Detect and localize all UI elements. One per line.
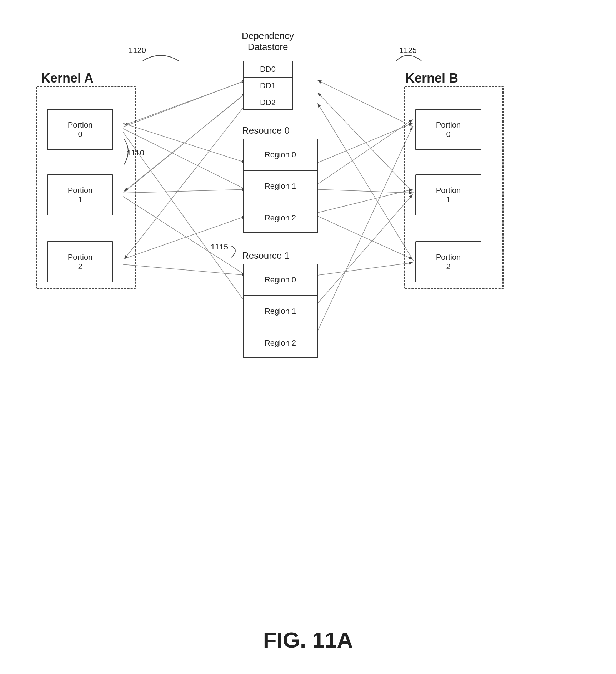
dd0-row: DD0	[244, 61, 292, 78]
svg-line-5	[124, 93, 246, 191]
svg-line-4	[124, 80, 246, 125]
kernel-a-portion-2: Portion2	[47, 241, 113, 282]
kernel-b-portion-2: Portion2	[415, 241, 481, 282]
kernel-a-portion-0: Portion0	[47, 109, 113, 150]
resource-1-region-1: Region 1	[244, 296, 317, 327]
annotation-1125: 1125	[399, 46, 417, 55]
svg-line-23	[318, 195, 412, 303]
svg-line-15	[123, 197, 246, 275]
annotation-1110: 1110	[127, 148, 144, 158]
svg-line-9	[318, 104, 414, 261]
svg-line-22	[318, 263, 412, 275]
svg-line-2	[123, 80, 246, 127]
svg-line-12	[123, 189, 246, 193]
svg-line-11	[123, 129, 246, 189]
annotation-1120: 1120	[129, 46, 146, 55]
svg-line-19	[318, 120, 412, 184]
kernel-a-label: Kernel A	[41, 71, 94, 86]
svg-line-16	[123, 132, 246, 303]
resource-0-region-1: Region 1	[244, 171, 317, 202]
kernel-b-portion-1: Portion1	[415, 174, 481, 215]
svg-line-8	[318, 93, 414, 193]
dep-store-box: DD0 DD1 DD2	[243, 61, 293, 110]
kernel-b-label: Kernel B	[405, 71, 458, 86]
svg-line-13	[123, 216, 246, 259]
figure-label: FIG. 11A	[0, 627, 616, 653]
resource-1-box: Region 0 Region 1 Region 2	[243, 264, 318, 358]
dd2-row: DD2	[244, 94, 292, 111]
kernel-a-portion-1: Portion1	[47, 174, 113, 215]
svg-line-18	[318, 189, 412, 193]
resource-1-label: Resource 1	[242, 250, 290, 261]
kernel-b-portion-0: Portion0	[415, 109, 481, 150]
svg-line-21	[318, 189, 412, 213]
svg-line-24	[318, 127, 412, 331]
annotation-1115: 1115	[211, 242, 228, 252]
svg-line-7	[318, 80, 414, 127]
svg-line-17	[318, 123, 412, 163]
resource-1-region-2: Region 2	[244, 327, 317, 359]
resource-0-region-2: Region 2	[244, 202, 317, 234]
resource-1-region-0: Region 0	[244, 264, 317, 296]
svg-line-14	[123, 264, 246, 275]
dd1-row: DD1	[244, 78, 292, 94]
resource-0-label: Resource 0	[242, 125, 290, 136]
resource-0-region-0: Region 0	[244, 139, 317, 171]
svg-line-20	[318, 216, 412, 259]
svg-line-3	[123, 93, 246, 193]
dep-store-label: Dependency Datastore	[232, 30, 304, 53]
diagram-container: Kernel A Portion0 Portion1 Portion2 Depe…	[21, 14, 593, 604]
resource-0-box: Region 0 Region 1 Region 2	[243, 139, 318, 233]
svg-line-6	[124, 104, 246, 259]
